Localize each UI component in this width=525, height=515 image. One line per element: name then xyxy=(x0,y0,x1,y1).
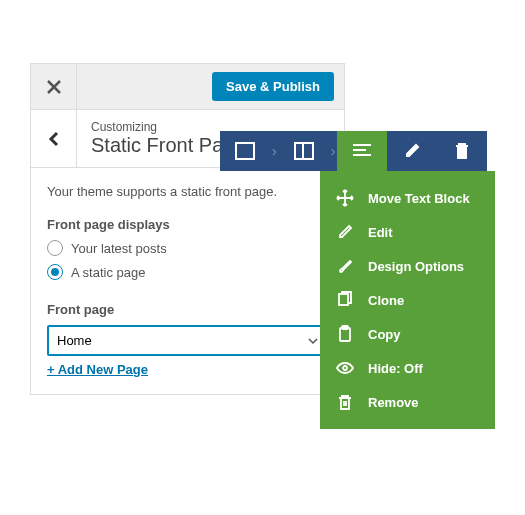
column-split-icon xyxy=(294,142,314,160)
menu-label: Hide: Off xyxy=(368,361,423,376)
menu-design[interactable]: Design Options xyxy=(320,249,495,283)
column-one-button[interactable] xyxy=(220,131,270,171)
radio-label: A static page xyxy=(71,265,145,280)
edit-tool-button[interactable] xyxy=(387,131,437,171)
toolbar-separator: › xyxy=(270,143,279,159)
description-text: Your theme supports a static front page. xyxy=(47,184,328,199)
clone-icon xyxy=(336,291,354,309)
text-align-button[interactable] xyxy=(337,131,387,171)
pencil-icon xyxy=(403,142,421,160)
eye-icon xyxy=(336,359,354,377)
header-spacer xyxy=(77,64,212,109)
displays-label: Front page displays xyxy=(47,217,328,232)
pencil-icon xyxy=(336,223,354,241)
menu-label: Remove xyxy=(368,395,419,410)
trash-icon xyxy=(454,142,470,160)
radio-icon xyxy=(47,240,63,256)
back-button[interactable] xyxy=(31,110,77,167)
menu-label: Edit xyxy=(368,225,393,240)
add-new-page-link[interactable]: + Add New Page xyxy=(47,362,148,377)
svg-rect-2 xyxy=(236,143,254,159)
menu-label: Move Text Block xyxy=(368,191,470,206)
chevron-left-icon xyxy=(48,131,60,147)
front-page-select[interactable]: Home xyxy=(47,325,328,356)
trash-icon xyxy=(336,393,354,411)
svg-rect-9 xyxy=(340,328,350,341)
panel-body: Your theme supports a static front page.… xyxy=(31,168,344,394)
menu-remove[interactable]: Remove xyxy=(320,385,495,419)
front-page-label: Front page xyxy=(47,302,328,317)
svg-point-11 xyxy=(343,366,347,370)
element-toolbar: › › xyxy=(220,131,487,171)
svg-rect-8 xyxy=(339,294,348,305)
save-publish-button[interactable]: Save & Publish xyxy=(212,72,334,101)
radio-latest-posts[interactable]: Your latest posts xyxy=(47,240,328,256)
menu-label: Clone xyxy=(368,293,404,308)
copy-icon xyxy=(336,325,354,343)
menu-edit[interactable]: Edit xyxy=(320,215,495,249)
delete-tool-button[interactable] xyxy=(437,131,487,171)
menu-copy[interactable]: Copy xyxy=(320,317,495,351)
close-button[interactable] xyxy=(31,64,77,109)
menu-hide[interactable]: Hide: Off xyxy=(320,351,495,385)
radio-label: Your latest posts xyxy=(71,241,167,256)
chevron-down-icon xyxy=(308,336,318,346)
select-value: Home xyxy=(57,333,92,348)
column-two-button[interactable] xyxy=(279,131,329,171)
menu-label: Design Options xyxy=(368,259,464,274)
context-menu: Move Text Block Edit Design Options Clon… xyxy=(320,171,495,429)
brush-icon xyxy=(336,257,354,275)
text-align-icon xyxy=(352,143,372,159)
customizer-panel: Save & Publish Customizing Static Front … xyxy=(30,63,345,395)
move-icon xyxy=(336,189,354,207)
menu-move[interactable]: Move Text Block xyxy=(320,181,495,215)
radio-static-page[interactable]: A static page xyxy=(47,264,328,280)
column-single-icon xyxy=(235,142,255,160)
close-icon xyxy=(47,80,61,94)
panel-header: Save & Publish xyxy=(31,64,344,110)
menu-clone[interactable]: Clone xyxy=(320,283,495,317)
toolbar-separator: › xyxy=(329,143,338,159)
menu-label: Copy xyxy=(368,327,401,342)
radio-icon-checked xyxy=(47,264,63,280)
